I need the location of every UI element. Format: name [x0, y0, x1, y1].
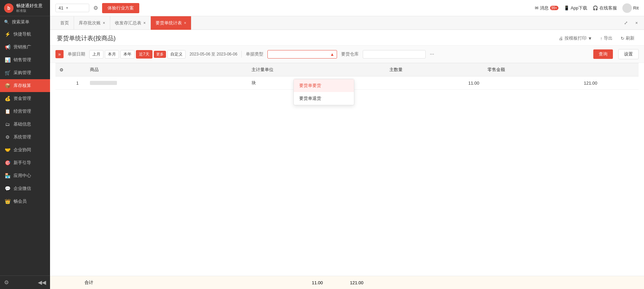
query-button[interactable]: 查询	[593, 49, 613, 59]
quick-nav-icon: ⚡	[4, 31, 11, 37]
type-label: 单据类型	[246, 51, 263, 57]
sidebar: b 畅捷通好生意 标准版 🔍 搜索菜单 ⚡ 快捷导航 📢 营销推广 📊 销售管理	[0, 0, 50, 289]
headset-icon: 🎧	[593, 5, 598, 10]
search-icon: 🔍	[4, 20, 9, 24]
date-btn-custom[interactable]: 自定义	[167, 50, 186, 59]
th-settings[interactable]: ⚙	[55, 63, 69, 76]
cell-index: 1	[69, 76, 86, 90]
system-icon: ⚙	[4, 134, 11, 140]
tab-receive-summary[interactable]: 收发存汇总表 ×	[110, 16, 151, 30]
enterprise-icon: 🤝	[4, 147, 11, 153]
sidebar-item-sales[interactable]: 📊 销售管理	[0, 53, 50, 66]
trial-button[interactable]: 体验行业方案	[102, 3, 139, 13]
type-select[interactable]: ▲	[267, 50, 337, 59]
appstore-icon: 🏪	[4, 173, 11, 178]
export-icon: ↑	[600, 36, 603, 41]
date-btn-last-month[interactable]: 上月	[89, 50, 103, 59]
marketing-icon: 📢	[4, 44, 11, 50]
date-btn-this-year[interactable]: 本年	[120, 50, 135, 59]
tab-home[interactable]: 首页	[55, 16, 74, 30]
table-footer: 合计 11.00 121.00	[50, 276, 644, 289]
messages-btn[interactable]: ✉ 消息 99+	[535, 5, 558, 11]
content-area: 要货单统计表(按商品) 🖨 按模板打印 ▼ ↑ 导出 ↻ 刷新 »	[50, 30, 644, 289]
company-selector[interactable]: 41 ▼	[55, 4, 89, 12]
print-template-btn[interactable]: 🖨 按模板打印 ▼	[556, 34, 595, 43]
cell-quantity: 11.00	[385, 76, 483, 90]
footer-label: 合计	[80, 280, 148, 286]
main-area: 41 ▼ ⚙ 体验行业方案 ✉ 消息 99+ 📱 App下载 🎧 在线客服 R	[50, 0, 644, 289]
page-title: 要货单统计表(按商品)	[57, 34, 116, 42]
sidebar-item-marketing[interactable]: 📢 营销推广	[0, 41, 50, 53]
page-header: 要货单统计表(按商品) 🖨 按模板打印 ▼ ↑ 导出 ↻ 刷新	[50, 30, 644, 46]
cell-product	[86, 76, 247, 90]
warehouse-input[interactable]	[363, 50, 426, 59]
cell-settings	[55, 76, 69, 90]
topbar: 41 ▼ ⚙ 体验行业方案 ✉ 消息 99+ 📱 App下载 🎧 在线客服 R	[50, 0, 644, 16]
topbar-gear-icon[interactable]: ⚙	[93, 5, 98, 11]
warehouse-label: 要货仓库	[341, 51, 359, 57]
user-menu[interactable]: Rit	[622, 3, 639, 13]
sidebar-item-finance[interactable]: 💰 资金管理	[0, 92, 50, 105]
sidebar-item-inventory[interactable]: 📦 库存核算	[0, 79, 50, 92]
sidebar-item-basic-info[interactable]: 🗂 基础信息	[0, 118, 50, 131]
basic-info-icon: 🗂	[4, 121, 11, 127]
type-dropdown: 要货单要货 要货单退货	[293, 79, 354, 105]
th-unit: 主计量单位	[247, 63, 386, 76]
settings-col-icon: ⚙	[59, 67, 64, 72]
sidebar-item-system[interactable]: ⚙ 系统管理	[0, 131, 50, 143]
tabs-maximize-btn[interactable]: ⤢	[621, 18, 630, 28]
dropdown-item-1[interactable]: 要货单退货	[294, 92, 354, 105]
service-btn[interactable]: 🎧 在线客服	[593, 5, 617, 11]
tabs-actions: ⤢ ×	[621, 18, 644, 28]
sidebar-item-operations[interactable]: 📋 经营管理	[0, 105, 50, 118]
refresh-btn[interactable]: ↻ 刷新	[618, 34, 637, 43]
sidebar-item-wechat[interactable]: 💬 企业微信	[0, 182, 50, 195]
export-btn[interactable]: ↑ 导出	[598, 34, 616, 43]
operations-icon: 📋	[4, 109, 11, 114]
tab-close-order-stats[interactable]: ×	[184, 21, 186, 25]
sidebar-item-quick-nav[interactable]: ⚡ 快捷导航	[0, 28, 50, 41]
sidebar-item-appstore[interactable]: 🏪 应用中心	[0, 169, 50, 182]
date-filter-group: 上月 本月 本年 近7天 更多 自定义	[89, 50, 186, 59]
date-label: 单据日期	[68, 51, 85, 57]
th-quantity: 主数量	[385, 63, 483, 76]
topbar-left: 41 ▼ ⚙ 体验行业方案	[55, 3, 139, 13]
sidebar-item-member[interactable]: 👑 畅会员	[0, 195, 50, 208]
th-product: 商品	[86, 63, 247, 76]
print-icon: 🖨	[559, 36, 563, 41]
date-btn-7days[interactable]: 近7天	[136, 50, 152, 59]
type-select-input[interactable]	[267, 50, 337, 59]
message-icon: ✉	[535, 5, 539, 10]
tabs-close-all-btn[interactable]: ×	[632, 18, 641, 28]
sidebar-item-enterprise[interactable]: 🤝 企业协同	[0, 143, 50, 156]
th-index	[69, 63, 86, 76]
dropdown-item-0[interactable]: 要货单要货	[294, 79, 354, 92]
guide-icon: 🎯	[4, 160, 11, 165]
sidebar-footer: ⚙ ◀◀	[0, 275, 50, 289]
th-extra	[601, 63, 639, 76]
settings-button[interactable]: 设置	[618, 49, 639, 59]
cell-extra	[601, 76, 639, 90]
inventory-icon: 📦	[4, 83, 11, 88]
product-image-placeholder	[90, 81, 117, 85]
sales-icon: 📊	[4, 57, 11, 63]
tab-close-receive-summary[interactable]: ×	[143, 21, 146, 25]
app-download-btn[interactable]: 📱 App下载	[564, 5, 587, 11]
settings-icon[interactable]: ⚙	[4, 279, 9, 286]
warehouse-more-icon[interactable]: ···	[430, 51, 434, 57]
filter-expand-btn[interactable]: »	[55, 50, 64, 58]
date-btn-this-month[interactable]: 本月	[105, 50, 119, 59]
tab-batch-account[interactable]: 库存批次账 ×	[74, 16, 110, 30]
tab-close-batch-account[interactable]: ×	[103, 21, 105, 25]
search-menu[interactable]: 🔍 搜索菜单	[0, 16, 50, 28]
sidebar-item-guide[interactable]: 🎯 新手引导	[0, 156, 50, 169]
selector-arrow-icon: ▼	[65, 6, 69, 10]
tab-order-stats[interactable]: 要货单统计表 ×	[151, 16, 191, 30]
cell-amount: 121.00	[483, 76, 601, 90]
date-btn-more[interactable]: 更多	[154, 51, 166, 58]
sidebar-nav: ⚡ 快捷导航 📢 营销推广 📊 销售管理 🛒 采购管理 📦 库存核算 💰	[0, 28, 50, 275]
wechat-icon: 💬	[4, 186, 11, 191]
sidebar-item-purchase[interactable]: 🛒 采购管理	[0, 66, 50, 79]
date-range-display: 2023-05-06 至 2023-06-06	[190, 51, 237, 57]
collapse-icon[interactable]: ◀◀	[38, 279, 46, 286]
